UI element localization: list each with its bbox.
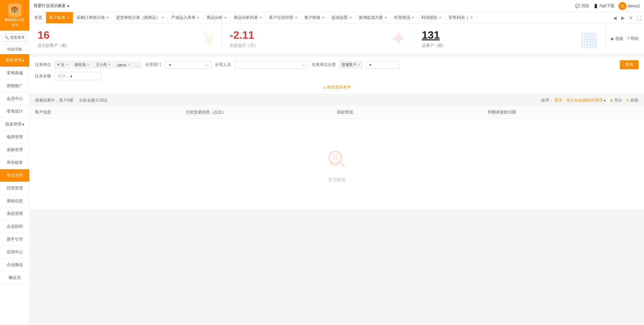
filter-row-2: 往来余额 选择... ▾ (35, 72, 639, 80)
tab-home[interactable]: 首页 (31, 12, 46, 24)
tab-customer-segment-close[interactable]: ✕ (295, 16, 297, 20)
tag-value-1: 伍 (61, 62, 65, 67)
sidebar-item-retail-stats[interactable]: 零售统计 (0, 105, 29, 118)
sidebar-item-system[interactable]: 系统管理 (0, 208, 29, 220)
tab-new-promotion[interactable]: 新增提成方案 ✕ (355, 12, 391, 24)
tag-class-remove-1[interactable]: ✕ (357, 63, 360, 67)
tab-customer-segment[interactable]: 客户分层经营 ✕ (266, 12, 301, 24)
tenant-selector[interactable]: 母婴行业演示账套 ▾ (34, 3, 69, 9)
message-button[interactable]: 💬 消息 (575, 3, 589, 9)
tab-product-analysis-list-close[interactable]: ✕ (259, 16, 262, 20)
tab-accounts-receivable-close[interactable]: ✕ (67, 16, 70, 20)
user-profile[interactable]: D demo2 (618, 2, 640, 10)
tab-new-promotion-close[interactable]: ✕ (384, 16, 387, 20)
stat-value-overdue-customers: 16 (38, 29, 50, 41)
results-bar-left: 搜索结果中，客户0家 欠款金额 0.00元 (35, 98, 108, 103)
help-icon: ? (627, 36, 630, 41)
tab-product-analysis[interactable]: 商品分析 ✕ (203, 12, 230, 24)
tab-product-analysis-close[interactable]: ✕ (224, 16, 227, 20)
tag-remove-4[interactable]: ✕ (127, 63, 130, 67)
unit-class-select[interactable]: ▾ (366, 61, 400, 69)
tag-remove-1[interactable]: ✕ (66, 63, 69, 67)
sidebar-item-inventory[interactable]: 库存核算 (0, 156, 29, 169)
sidebar-item-enterprise[interactable]: 企业协同 (0, 220, 29, 233)
quick-nav[interactable]: 快捷导航 (0, 45, 29, 54)
export-button[interactable]: ⬇ 导出 (610, 98, 622, 103)
sidebar-item-basics[interactable]: 基础信息 (0, 195, 29, 208)
sidebar-item-label-wechat: 企业微信 (7, 262, 23, 267)
username: demo2 (628, 4, 640, 8)
sidebar-item-retail-mall[interactable]: 零售商城 (0, 67, 29, 80)
overdue-amount-summary: 欠款金额 0.00元 (79, 98, 108, 103)
top-bar-right: 💬 消息 📱 App下载 D demo2 (575, 2, 640, 10)
refresh-button[interactable]: ↻ 刷新 (626, 98, 639, 103)
video-icon: ▶ (611, 36, 614, 41)
tab-operations[interactable]: 经营情况 ✕ (391, 12, 418, 24)
help-button[interactable]: ? 帮助 (627, 36, 639, 42)
search-icon: 🔍 (4, 35, 9, 40)
sidebar-item-finance[interactable]: 资金管理 (0, 169, 29, 182)
sidebar-item-marketing[interactable]: 营销推广 (0, 80, 29, 93)
sidebar-item-label-finance: 资金管理 (7, 173, 23, 178)
tag-text-1: ✕ (57, 63, 60, 67)
tab-customer-contact-close[interactable]: ✕ (322, 16, 325, 20)
sidebar-menu: 零售管理 ▾ 零售商城 营销推广 会员中心 零售统计 批发管理 ▾ 电商管理 采… (0, 54, 29, 325)
search-menu-button[interactable]: 🔍 搜索菜单 (2, 33, 27, 42)
collapse-label: 收起更多条件 (327, 84, 351, 90)
tab-close-all[interactable]: ✕ (627, 14, 635, 22)
tab-stock-stats-close[interactable]: ✕ (162, 16, 164, 20)
query-button[interactable]: 查询 (620, 60, 639, 69)
tab-new-promotion-label: 新增提成方案 (359, 15, 383, 21)
collapse-button[interactable]: ∧ 收起更多条件 (323, 84, 351, 90)
app-download-button[interactable]: 📱 App下载 (593, 3, 614, 9)
tab-production[interactable]: 产成品入库单 ✕ (168, 12, 203, 24)
tag-more-text: ... (136, 63, 139, 67)
sidebar-item-wholesale[interactable]: 批发管理 ▾ (0, 118, 29, 131)
filter-row-1: 往来单位 ✕ 伍 ✕ 陈民强 ✕ 王小亮 ✕ (35, 60, 639, 69)
tab-scroll-right[interactable]: ▶ (619, 14, 627, 22)
tab-customer-contact[interactable]: 客户联络 ✕ (301, 12, 328, 24)
tab-promotion-settings[interactable]: 提成设置 ✕ (328, 12, 355, 24)
tab-accounts-receivable[interactable]: 客户账本 ✕ (46, 12, 73, 24)
tab-stock-stats[interactable]: 进货单统计表（按商品） ✕ (113, 12, 168, 24)
tab-purchase-stats[interactable]: 采购订单统计表 ✕ (73, 12, 113, 24)
sidebar-item-ecommerce[interactable]: 电商管理 (0, 131, 29, 144)
chevron-down-icon: ▾ (22, 58, 24, 63)
tab-promotion-settings-close[interactable]: ✕ (349, 16, 352, 20)
sidebar-item-label-inventory: 库存核算 (7, 160, 23, 165)
tab-retail-profit-close[interactable]: ✕ (470, 16, 473, 20)
tab-production-close[interactable]: ✕ (197, 16, 200, 20)
sidebar-item-wechat[interactable]: 企业微信 (0, 259, 29, 272)
sidebar-item-operations[interactable]: 经营管理 (0, 182, 29, 195)
video-help-button[interactable]: ▶ 视频 (611, 36, 623, 42)
sidebar-item-vip[interactable]: 畅会员 (0, 272, 29, 284)
tab-purchase-stats-close[interactable]: ✕ (106, 16, 109, 20)
tag-remove-2[interactable]: ✕ (87, 63, 90, 67)
empty-icon (324, 146, 350, 173)
manager-input[interactable]: ··· (234, 61, 308, 69)
tab-maximize[interactable]: ⛶ (635, 14, 643, 22)
balance-select[interactable]: 选择... ▾ (54, 72, 101, 80)
sort-button[interactable]: 排序： 排序：按欠款金额倒序排序 ▾ (541, 98, 606, 103)
tab-operations-close[interactable]: ✕ (412, 16, 414, 20)
sidebar-item-appstore[interactable]: 应用中心 (0, 246, 29, 259)
tab-profit-report-close[interactable]: ✕ (439, 16, 441, 20)
data-table: 客户信息 欠款交易信息（占比） 回款情况 到期未收款日期 暂无数据 (30, 106, 644, 210)
sidebar-item-purchase[interactable]: 采购管理 (0, 144, 29, 156)
manager-label: 分管人员 (215, 62, 231, 68)
svg-line-1 (340, 162, 344, 167)
filter-tag-more[interactable]: ... (134, 62, 142, 68)
sidebar-item-newbie[interactable]: 新手引导 (0, 233, 29, 246)
sidebar-item-retail[interactable]: 零售管理 ▾ (0, 54, 29, 67)
collapse-row: ∧ 收起更多条件 (35, 83, 639, 90)
filter-tag-1: ✕ 伍 ✕ (54, 61, 71, 68)
tab-product-analysis-list[interactable]: 商品分析列表 ✕ (230, 12, 266, 24)
sidebar-item-member[interactable]: 会员中心 (0, 93, 29, 105)
branch-dept-select[interactable]: ▾ ··· (165, 61, 212, 69)
tag-remove-3[interactable]: ✕ (108, 63, 111, 67)
tab-scroll-left[interactable]: ◀ (611, 14, 618, 22)
sidebar-item-label-purchase: 采购管理 (7, 147, 23, 152)
tab-retail-profit[interactable]: 零售利润（ ✕ (445, 12, 476, 24)
col-overdue-tx: 欠款交易信息（占比） (186, 109, 337, 115)
tab-profit-report[interactable]: 利润报告 ✕ (418, 12, 445, 24)
